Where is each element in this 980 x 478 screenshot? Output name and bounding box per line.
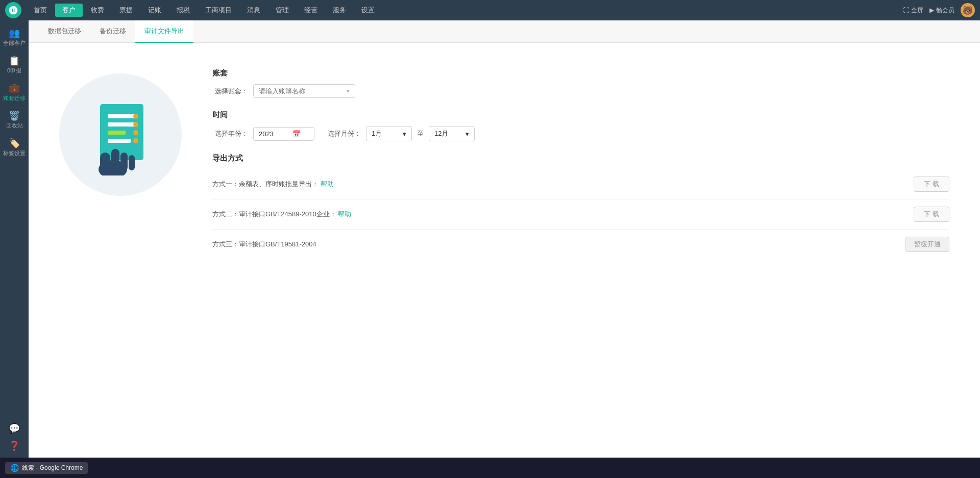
export-method-1: 方式一：余额表、序时账批量导出： 帮助 下 载 [212, 169, 949, 199]
help-link-1[interactable]: 帮助 [321, 180, 334, 188]
tab-audit-export[interactable]: 审计文件导出 [135, 20, 193, 43]
illustration-area [59, 63, 182, 437]
time-separator: 至 [417, 129, 424, 138]
account-migration-icon: 💼 [9, 84, 20, 93]
svg-rect-2 [108, 122, 136, 127]
svg-point-6 [133, 122, 138, 127]
sidebar-item-recycle[interactable]: 🗑️ 回收站 [1, 107, 28, 134]
svg-point-7 [133, 130, 138, 135]
tab-backup-migration[interactable]: 备份迁移 [90, 20, 135, 43]
download-button-2[interactable]: 下 载 [914, 207, 949, 222]
account-section-title: 账套 [212, 68, 949, 78]
chevron-down-icon-month-end: ▾ [465, 130, 469, 138]
chevron-down-icon: ▾ [347, 88, 350, 94]
page-content: 账套 选择账套： ▾ 时间 选择年份： [29, 43, 980, 458]
export-label-1: 方式一：余额表、序时账批量导出： 帮助 [212, 180, 914, 189]
nav-item-service[interactable]: 服务 [326, 4, 353, 17]
account-label: 选择账套： [212, 87, 248, 96]
sidebar-item-all-clients[interactable]: 👥 全部客户 [1, 24, 28, 51]
fullscreen-button[interactable]: ⛶ 全屏 [903, 6, 923, 15]
svg-rect-12 [120, 153, 128, 171]
nav-item-business[interactable]: 工商项目 [198, 4, 239, 17]
svg-rect-4 [108, 139, 131, 143]
month-label: 选择月份： [328, 129, 361, 138]
help-icon[interactable]: ❓ [9, 440, 20, 451]
export-method-2: 方式二：审计接口GB/T24589-2010企业： 帮助 下 载 [212, 199, 949, 230]
export-label-3: 方式三：审计接口GB/T19581-2004 [212, 240, 905, 249]
tabs-bar: 数据包迁移 备份迁移 审计文件导出 [29, 20, 980, 43]
svg-point-8 [133, 138, 138, 143]
avatar[interactable]: 🐻 [961, 3, 975, 17]
top-navigation: 首页 客户 收费 票据 记账 报税 工商项目 消息 管理 经营 服务 设置 ⛶ … [0, 0, 980, 20]
nav-items: 首页 客户 收费 票据 记账 报税 工商项目 消息 管理 经营 服务 设置 [27, 4, 903, 17]
chevron-down-icon-month-start: ▾ [403, 130, 406, 138]
nav-item-invoice[interactable]: 票据 [112, 4, 140, 17]
fullscreen-icon: ⛶ [903, 7, 909, 14]
pending-button-3[interactable]: 暂缓开通 [905, 237, 949, 252]
label-settings-icon: 🏷️ [9, 139, 20, 148]
nav-item-accounting[interactable]: 记账 [141, 4, 168, 17]
download-button-1[interactable]: 下 载 [914, 177, 949, 192]
chrome-icon: 🌐 [10, 464, 19, 472]
export-method-3: 方式三：审计接口GB/T19581-2004 暂缓开通 [212, 230, 949, 259]
account-form-row: 选择账套： ▾ [212, 84, 949, 98]
svg-rect-3 [108, 131, 126, 135]
tab-data-migration[interactable]: 数据包迁移 [39, 20, 90, 43]
content-area: 数据包迁移 备份迁移 审计文件导出 [29, 20, 980, 458]
nav-item-client[interactable]: 客户 [55, 4, 83, 17]
form-area: 账套 选择账套： ▾ 时间 选择年份： [212, 63, 949, 437]
taskbar: 🌐 线索 - Google Chrome [0, 458, 980, 478]
account-input[interactable] [259, 87, 347, 95]
year-input-wrapper[interactable]: 📅 [253, 127, 314, 141]
chat-icon[interactable]: 💬 [9, 423, 20, 434]
sidebar-bottom: 💬 ❓ [9, 423, 20, 451]
year-label: 选择年份： [212, 129, 248, 138]
svg-rect-1 [108, 114, 136, 118]
svg-point-5 [133, 114, 138, 119]
account-section: 账套 选择账套： ▾ [212, 68, 949, 98]
help-link-2[interactable]: 帮助 [338, 210, 351, 218]
nav-item-fee[interactable]: 收费 [84, 4, 111, 17]
app-logo [5, 2, 21, 18]
nav-item-manage[interactable]: 管理 [268, 4, 296, 17]
member-button[interactable]: ▶ 畅会员 [929, 6, 954, 15]
month-start-select[interactable]: 1月 ▾ [366, 126, 412, 141]
calendar-icon: 📅 [292, 130, 301, 138]
member-icon: ▶ [929, 7, 934, 14]
nav-item-tax[interactable]: 报税 [169, 4, 197, 17]
export-label-2: 方式二：审计接口GB/T24589-2010企业： 帮助 [212, 210, 914, 219]
sidebar: 👥 全部客户 📋 0申报 💼 账套迁移 🗑️ 回收站 🏷️ 标签设置 💬 ❓ [0, 20, 29, 458]
time-section-title: 时间 [212, 110, 949, 120]
svg-rect-11 [111, 149, 119, 171]
month-end-select[interactable]: 12月 ▾ [429, 126, 475, 141]
taskbar-item-label: 线索 - Google Chrome [22, 464, 83, 472]
nav-item-message[interactable]: 消息 [240, 4, 267, 17]
illustration-circle [59, 73, 182, 196]
svg-rect-10 [100, 153, 110, 172]
sidebar-item-label-settings[interactable]: 🏷️ 标签设置 [1, 135, 28, 161]
nav-right-area: ⛶ 全屏 ▶ 畅会员 🐻 [903, 3, 975, 17]
sidebar-item-zero-declare[interactable]: 📋 0申报 [1, 52, 28, 79]
all-clients-icon: 👥 [9, 29, 20, 38]
nav-item-home[interactable]: 首页 [27, 4, 54, 17]
recycle-icon: 🗑️ [9, 111, 20, 120]
export-section: 导出方式 方式一：余额表、序时账批量导出： 帮助 下 载 方式二：审计接口GB/… [212, 154, 949, 259]
document-illustration [85, 94, 156, 175]
time-form-row: 选择年份： 📅 选择月份： 1月 ▾ 至 12月 [212, 126, 949, 141]
nav-item-settings[interactable]: 设置 [354, 4, 382, 17]
zero-declare-icon: 📋 [9, 56, 20, 65]
svg-rect-13 [129, 155, 135, 170]
sidebar-item-account-migration[interactable]: 💼 账套迁移 [1, 80, 28, 106]
nav-item-operate[interactable]: 经营 [297, 4, 325, 17]
time-section: 时间 选择年份： 📅 选择月份： 1月 ▾ 至 [212, 110, 949, 141]
export-section-title: 导出方式 [212, 154, 949, 163]
account-select[interactable]: ▾ [253, 84, 355, 98]
taskbar-chrome-item[interactable]: 🌐 线索 - Google Chrome [5, 462, 88, 474]
year-input[interactable] [259, 130, 289, 138]
main-layout: 👥 全部客户 📋 0申报 💼 账套迁移 🗑️ 回收站 🏷️ 标签设置 💬 ❓ 数… [0, 20, 980, 458]
